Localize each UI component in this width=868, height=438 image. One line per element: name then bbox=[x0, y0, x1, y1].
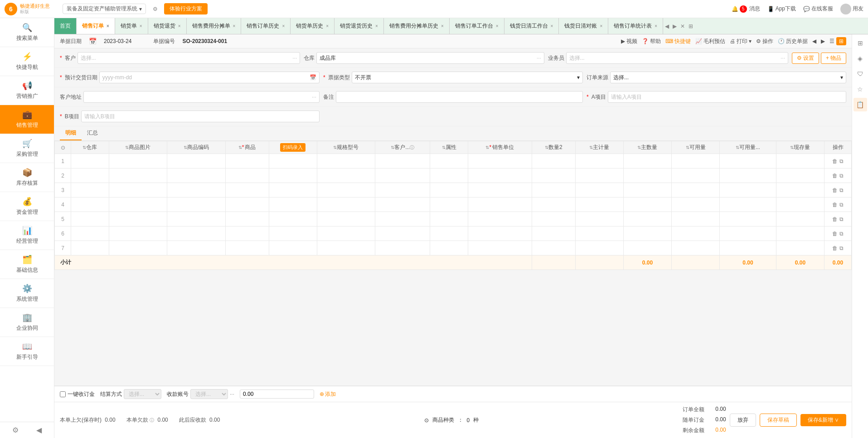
toolbar-profit[interactable]: 📈 毛利预估 bbox=[695, 38, 725, 45]
online-support-link[interactable]: 💬 在线客服 bbox=[803, 5, 833, 13]
customer-address-input[interactable]: ··· bbox=[83, 91, 320, 103]
detail-tab-huizong[interactable]: 汇总 bbox=[82, 126, 103, 140]
right-btn-fingerprint[interactable]: ◈ bbox=[853, 52, 867, 65]
tab-cash-reconcile[interactable]: 钱货日清对账 × bbox=[559, 18, 608, 34]
sidebar-item-base[interactable]: 🗂️ 基础信息 bbox=[0, 250, 54, 279]
notification-bell[interactable]: 🔔 5 消息 bbox=[732, 5, 760, 13]
sidebar-settings-icon[interactable]: ⚙ bbox=[12, 426, 19, 434]
a-project-input[interactable]: 请输入A项目 bbox=[608, 91, 846, 103]
save-new-button[interactable]: 保存&新增 ∨ bbox=[800, 414, 846, 426]
tab-nav-next[interactable]: ▶ bbox=[671, 23, 679, 29]
tab-sales-return-history[interactable]: 销货单历史 × bbox=[291, 18, 335, 34]
order-source-select[interactable]: 选择... ▾ bbox=[610, 72, 846, 83]
tab-close-sales-order[interactable]: × bbox=[107, 24, 109, 29]
col-settings-icon[interactable]: ⊙ bbox=[61, 144, 65, 151]
tab-close-return-history[interactable]: × bbox=[326, 24, 329, 29]
toolbar-nav-next[interactable]: ▶ bbox=[821, 38, 825, 44]
tab-close-sales-stats[interactable]: × bbox=[655, 24, 657, 29]
grid-view-icon[interactable]: ⊞ bbox=[836, 37, 846, 45]
sidebar-item-purchase[interactable]: 🛒 采购管理 bbox=[0, 134, 54, 163]
copy-row-2[interactable]: ⧉ bbox=[839, 173, 844, 179]
delivery-date-input[interactable]: yyyy-mm-dd 📅 bbox=[99, 72, 320, 83]
calendar-icon[interactable]: 📅 bbox=[89, 38, 97, 45]
tab-close-order-history[interactable]: × bbox=[282, 24, 285, 29]
delete-row-6[interactable]: 🗑 bbox=[832, 231, 838, 237]
copy-row-4[interactable]: ⧉ bbox=[839, 202, 844, 208]
amount-input[interactable] bbox=[240, 390, 314, 399]
tab-close-cash-workbench[interactable]: × bbox=[551, 24, 553, 29]
toolbar-view[interactable]: ▶ 视频 bbox=[621, 38, 637, 45]
delete-row-1[interactable]: 🗑 bbox=[832, 158, 838, 164]
tab-sales-fee-split[interactable]: 销售费用分摊单 × bbox=[187, 18, 242, 34]
delete-row-3[interactable]: 🗑 bbox=[832, 187, 838, 193]
tab-close-fee-history[interactable]: × bbox=[441, 24, 444, 29]
table-scrollbar[interactable] bbox=[54, 380, 852, 386]
salesperson-input[interactable]: 选择... ··· bbox=[566, 52, 788, 64]
settings-icon[interactable]: ⚙ bbox=[150, 4, 160, 14]
sidebar-item-sales[interactable]: 💼 销售管理 bbox=[0, 105, 54, 134]
delete-row-7[interactable]: 🗑 bbox=[832, 245, 838, 251]
right-btn-shield[interactable]: 🛡 bbox=[853, 67, 867, 81]
sidebar-item-search[interactable]: 🔍 搜索菜单 bbox=[0, 18, 54, 47]
copy-row-1[interactable]: ⧉ bbox=[839, 158, 844, 164]
right-btn-star[interactable]: ☆ bbox=[853, 82, 867, 96]
right-btn-grid[interactable]: ⊞ bbox=[853, 36, 867, 50]
bank-account-select[interactable]: 选择... bbox=[190, 389, 228, 399]
delete-row-5[interactable]: 🗑 bbox=[832, 216, 838, 222]
scan-btn[interactable]: 扫码录入 bbox=[280, 143, 305, 152]
toolbar-help[interactable]: ❓ 帮助 bbox=[642, 38, 661, 45]
delete-row-2[interactable]: 🗑 bbox=[832, 173, 838, 179]
right-btn-form[interactable]: 📋 bbox=[853, 98, 867, 111]
tab-sales-order-history[interactable]: 销售订单历史 × bbox=[241, 18, 291, 34]
sidebar-item-marketing[interactable]: 📢 营销推广 bbox=[0, 76, 54, 105]
toolbar-history[interactable]: 🕐 历史单据 bbox=[778, 38, 808, 45]
tab-close-sales-refund[interactable]: × bbox=[178, 24, 181, 29]
sidebar-item-operations[interactable]: 📊 经营管理 bbox=[0, 221, 54, 250]
settings-button[interactable]: ⚙ 设置 bbox=[792, 53, 819, 64]
discard-button[interactable]: 放弃 bbox=[730, 414, 756, 427]
tab-close-order-workbench[interactable]: × bbox=[496, 24, 499, 29]
solution-button[interactable]: 体验行业方案 bbox=[164, 3, 208, 14]
tab-sales-refund-delivery[interactable]: 销货退货 × bbox=[148, 18, 187, 34]
sidebar-item-inventory[interactable]: 📦 库存核算 bbox=[0, 163, 54, 192]
tab-order-workbench[interactable]: 销售订单工作台 × bbox=[450, 18, 504, 34]
toolbar-nav-prev[interactable]: ◀ bbox=[812, 38, 816, 44]
save-draft-button[interactable]: 保存草稿 bbox=[760, 414, 797, 427]
tab-cash-workbench[interactable]: 钱货日清工作台 × bbox=[504, 18, 559, 34]
copy-row-6[interactable]: ⧉ bbox=[839, 231, 844, 237]
tab-sales-return[interactable]: 销货单 × bbox=[115, 18, 148, 34]
tab-nav-close-all[interactable]: ✕ bbox=[679, 23, 687, 29]
tab-nav-prev[interactable]: ◀ bbox=[663, 23, 671, 29]
remarks-input[interactable] bbox=[336, 91, 583, 103]
sidebar-item-quick[interactable]: ⚡ 快捷导航 bbox=[0, 47, 54, 76]
tab-close-cash-reconcile[interactable]: × bbox=[600, 24, 602, 29]
th-settings[interactable]: ⊙ bbox=[55, 141, 71, 154]
copy-row-5[interactable]: ⧉ bbox=[839, 216, 844, 222]
app-download-link[interactable]: 📱 App下载 bbox=[767, 5, 796, 13]
delete-row-4[interactable]: 🗑 bbox=[832, 202, 838, 208]
tab-home[interactable]: 首页 bbox=[54, 18, 77, 34]
payment-method-select[interactable]: 选择... bbox=[124, 389, 161, 399]
warehouse-input[interactable]: 成品库 ··· bbox=[316, 52, 544, 64]
tab-sales-order[interactable]: 销售订单 × bbox=[77, 18, 115, 34]
sidebar-item-enterprise[interactable]: 🏢 企业协同 bbox=[0, 308, 54, 337]
detail-tab-mingxi[interactable]: 明细 bbox=[60, 126, 82, 140]
list-view-icon[interactable]: ☰ bbox=[829, 37, 834, 45]
date-picker-icon[interactable]: 📅 bbox=[310, 74, 316, 81]
tab-sales-refund-history[interactable]: 销货退货历史 × bbox=[335, 18, 384, 34]
tab-fee-history[interactable]: 销售费用分摊单历史 × bbox=[384, 18, 450, 34]
sidebar-collapse-icon[interactable]: ◀ bbox=[36, 426, 42, 434]
toolbar-shortcut[interactable]: ⌨ 快捷键 bbox=[665, 38, 691, 45]
sidebar-item-guide[interactable]: 📖 新手引导 bbox=[0, 337, 54, 366]
tab-close-fee-split[interactable]: × bbox=[233, 24, 236, 29]
add-button[interactable]: ⊕ 添加 bbox=[320, 390, 336, 398]
sidebar-item-finance[interactable]: 💰 资金管理 bbox=[0, 192, 54, 221]
b-project-input[interactable]: 请输入B项目 bbox=[81, 111, 320, 122]
sidebar-item-system[interactable]: ⚙️ 系统管理 bbox=[0, 279, 54, 308]
one-click-checkout-checkbox[interactable] bbox=[60, 391, 66, 397]
user-avatar[interactable]: 用友 bbox=[840, 4, 863, 14]
customer-input[interactable]: 选择... ··· bbox=[78, 52, 301, 64]
copy-row-3[interactable]: ⧉ bbox=[839, 187, 844, 193]
tab-nav-more[interactable]: ⊞ bbox=[687, 23, 695, 29]
add-product-button[interactable]: + 物品 bbox=[821, 53, 846, 64]
